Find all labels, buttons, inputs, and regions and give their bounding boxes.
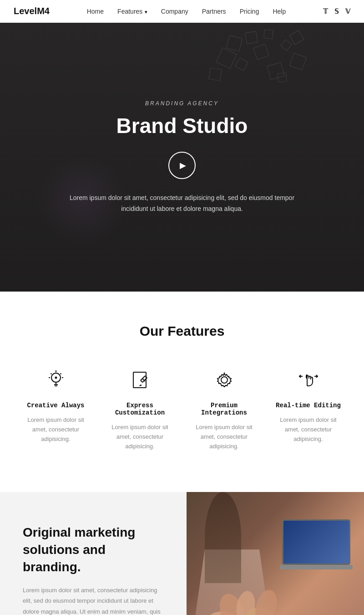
nav-link-features[interactable]: Features bbox=[117, 8, 142, 15]
play-button[interactable] bbox=[168, 152, 196, 179]
social-links: 𝕋 𝕊 𝕍 bbox=[323, 7, 350, 15]
svg-line-7 bbox=[51, 374, 51, 374]
nav-link-partners[interactable]: Partners bbox=[202, 8, 226, 15]
feature-realtime-desc: Lorem ipsum dolor sit amet, consectetur … bbox=[275, 415, 341, 444]
svg-point-9 bbox=[55, 377, 56, 379]
hero-subtitle: BRANDING AGENCY bbox=[68, 100, 296, 107]
marketing-section: Original marketing solutions and brandin… bbox=[0, 492, 364, 615]
svg-point-16 bbox=[221, 377, 228, 383]
nav-item-pricing[interactable]: Pricing bbox=[240, 7, 259, 15]
nav-link-help[interactable]: Help bbox=[273, 8, 286, 15]
hero-title: Brand Studio bbox=[68, 113, 296, 138]
nav-item-home[interactable]: Home bbox=[87, 7, 104, 15]
gear-icon bbox=[211, 366, 238, 394]
nav-item-partners[interactable]: Partners bbox=[202, 7, 226, 15]
twitter-icon[interactable]: 𝕋 bbox=[323, 7, 328, 15]
nav-item-help[interactable]: Help bbox=[273, 7, 286, 15]
feature-realtime-name: Real-time Editing bbox=[276, 402, 341, 409]
marketing-content: Original marketing solutions and brandin… bbox=[0, 492, 187, 615]
svg-line-8 bbox=[60, 374, 61, 374]
nav-item-features[interactable]: Features bbox=[117, 7, 147, 15]
features-grid: Creative Always Lorem ipsum dolor sit am… bbox=[18, 362, 346, 456]
marketing-image bbox=[187, 492, 364, 615]
marketing-description: Lorem ipsum dolor sit amet, consectetur … bbox=[23, 585, 164, 615]
features-title: Our Features bbox=[18, 323, 346, 339]
feature-creative-name: Creative Always bbox=[27, 402, 84, 409]
brand-logo[interactable]: LevelM4 bbox=[14, 6, 50, 16]
laptop-screen bbox=[282, 519, 350, 565]
feature-express: Express Customization Lorem ipsum dolor … bbox=[102, 362, 177, 456]
hands-gesture bbox=[196, 566, 287, 615]
features-section: Our Features bbox=[0, 292, 364, 492]
skype-icon[interactable]: 𝕊 bbox=[334, 7, 339, 15]
feature-premium-desc: Lorem ipsum dolor sit amet, consectetur … bbox=[191, 423, 257, 451]
feature-express-desc: Lorem ipsum dolor sit amet, consectetur … bbox=[107, 423, 173, 451]
nav-link-company[interactable]: Company bbox=[161, 8, 188, 15]
feature-premium: Premium Integrations Lorem ipsum dolor s… bbox=[187, 362, 262, 456]
edit-icon bbox=[126, 366, 154, 394]
feature-premium-name: Premium Integrations bbox=[191, 402, 257, 416]
touch-icon bbox=[295, 366, 322, 394]
navbar: LevelM4 Home Features Company Partners P… bbox=[0, 0, 364, 23]
feature-creative-desc: Lorem ipsum dolor sit amet, consectetur … bbox=[23, 415, 89, 444]
hero-content: BRANDING AGENCY Brand Studio Lorem ipsum… bbox=[50, 100, 314, 215]
nav-link-home[interactable]: Home bbox=[87, 8, 104, 15]
nav-item-company[interactable]: Company bbox=[161, 7, 188, 15]
svg-point-23 bbox=[252, 588, 280, 615]
laptop-base bbox=[280, 565, 353, 569]
lightbulb-icon bbox=[42, 366, 70, 394]
nav-links: Home Features Company Partners Pricing H… bbox=[87, 7, 286, 15]
feature-express-name: Express Customization bbox=[107, 402, 173, 416]
marketing-title: Original marketing solutions and brandin… bbox=[23, 524, 164, 575]
feature-creative: Creative Always Lorem ipsum dolor sit am… bbox=[18, 362, 93, 456]
hero-section: BRANDING AGENCY Brand Studio Lorem ipsum… bbox=[0, 23, 364, 292]
hero-description: Lorem ipsum dolor sit amet, consectetur … bbox=[68, 193, 296, 215]
nav-link-pricing[interactable]: Pricing bbox=[240, 8, 259, 15]
vimeo-icon[interactable]: 𝕍 bbox=[345, 7, 350, 15]
feature-realtime: Real-time Editing Lorem ipsum dolor sit … bbox=[271, 362, 346, 456]
